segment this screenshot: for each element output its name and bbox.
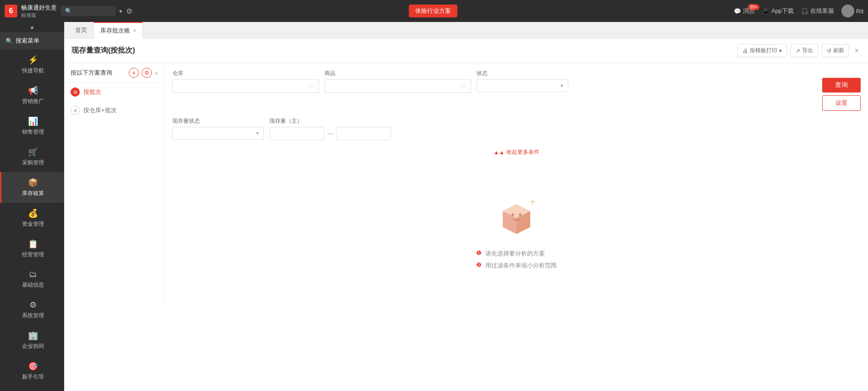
brand-sub: 标准版: [21, 12, 57, 19]
export-button[interactable]: ↗ 导出: [791, 44, 818, 57]
sales-icon: 📊: [28, 116, 38, 126]
template-print-button[interactable]: 🖨 按模板打印 ▾: [737, 44, 787, 57]
filter-right: 仓库 ··· 商品 ···: [165, 63, 868, 307]
warehouse-field: 仓库 ···: [172, 70, 319, 93]
status-field: 状态 ▾: [477, 70, 568, 92]
topbar-search-box[interactable]: 🔍: [60, 6, 115, 16]
sidebar: ▲ 🔍 搜索菜单 ⚡ 快捷导航 📢 营销推广 📊 销售管理 🛒 采购管理 📦 库…: [0, 22, 64, 391]
sidebar-search-icon: 🔍: [5, 38, 13, 44]
page-actions: 🖨 按模板打印 ▾ ↗ 导出 ↺ 刷新: [737, 44, 849, 57]
tab-batch-account[interactable]: 库存批次账 ×: [93, 22, 143, 39]
online-service-label: 在线客服: [810, 7, 834, 15]
page-close-button[interactable]: ×: [853, 45, 861, 57]
svg-point-4: [511, 213, 514, 216]
filter-panel: 按以下方案查询 + ⚙ « ⚙ 按批次: [64, 63, 868, 307]
sidebar-item-inventory[interactable]: 📦 库存核算: [0, 172, 64, 203]
scheme-header-label: 按以下方案查询: [71, 69, 112, 77]
messages-badge: 99+: [748, 4, 759, 10]
filter-settings-button[interactable]: 设置: [822, 95, 861, 111]
trial-button[interactable]: 体验行业方案: [409, 5, 457, 17]
refresh-icon: ↺: [827, 48, 831, 54]
warehouse-label: 仓库: [172, 70, 319, 77]
stock-status-field: 现存量状态 ▾: [172, 117, 264, 140]
tab-close-icon[interactable]: ×: [133, 27, 136, 34]
sidebar-item-label: 采购管理: [22, 159, 44, 167]
app-download-icon: 📱: [762, 8, 769, 15]
sidebar-scroll-up[interactable]: ▲: [0, 22, 64, 32]
guide-icon: 🎯: [28, 361, 38, 371]
app-download-item[interactable]: 📱 App下载: [762, 7, 794, 15]
tab-home[interactable]: 首页: [69, 22, 93, 38]
content-area: 首页 库存批次账 × 现存量查询(按批次) 🖨 按模板打印 ▾: [64, 22, 868, 391]
sidebar-item-sales[interactable]: 📊 销售管理: [0, 111, 64, 141]
scheme-collapse-button[interactable]: «: [154, 69, 158, 76]
online-service-item[interactable]: 🎧 在线客服: [801, 7, 834, 15]
tab-home-label: 首页: [75, 26, 87, 34]
scheme-panel: 按以下方案查询 + ⚙ « ⚙ 按批次: [64, 63, 165, 307]
sidebar-search[interactable]: 🔍 搜索菜单: [0, 32, 64, 49]
topbar-right: 💬 消息 99+ 📱 App下载 🎧 在线客服 Rit: [734, 5, 863, 17]
stock-status-label: 现存量状态: [172, 117, 264, 125]
collapse-chevron-up-icon: ▲▲: [494, 149, 505, 156]
status-select[interactable]: ▾: [477, 79, 568, 92]
sidebar-item-label: 销售管理: [22, 128, 44, 136]
tab-batch-account-label: 库存批次账: [100, 27, 130, 35]
user-name: Rit: [856, 8, 863, 15]
sidebar-item-operations[interactable]: 📋 经营管理: [0, 234, 64, 264]
svg-point-5: [519, 213, 522, 216]
finance-icon: 💰: [28, 208, 38, 218]
page-title: 现存量查询(按批次): [71, 46, 135, 55]
sidebar-item-marketing[interactable]: 📢 营销推广: [0, 80, 64, 111]
topbar: 6 畅康通好生意 标准版 🔍 ▾ ⚙ 体验行业方案 💬 消息 99+ 📱 App…: [0, 0, 868, 22]
refresh-button[interactable]: ↺ 刷新: [822, 44, 849, 57]
scheme-item-warehouse-batch-label: 按仓库+批次: [83, 106, 117, 114]
sidebar-item-label: 基础信息: [22, 281, 44, 289]
sidebar-item-purchase[interactable]: 🛒 采购管理: [0, 141, 64, 172]
settings-scheme-button[interactable]: ⚙: [142, 68, 152, 78]
sidebar-item-enterprise[interactable]: 🏢 企业协同: [0, 325, 64, 356]
topbar-settings-icon[interactable]: ⚙: [126, 7, 132, 16]
operations-icon: 📋: [28, 239, 38, 249]
scheme-item-batch-label: 按批次: [83, 88, 101, 96]
tab-bar: 首页 库存批次账 ×: [64, 22, 868, 38]
product-input[interactable]: ···: [324, 79, 471, 93]
export-icon: ↗: [796, 48, 800, 54]
sidebar-item-quick-nav[interactable]: ⚡ 快捷导航: [0, 49, 64, 80]
svg-point-6: [531, 201, 534, 203]
status-chevron-icon: ▾: [560, 82, 563, 89]
add-scheme-button[interactable]: +: [129, 68, 139, 78]
print-dropdown-icon: ▾: [779, 48, 782, 54]
messages-item[interactable]: 💬 消息 99+: [734, 7, 755, 15]
empty-illustration: [494, 193, 539, 239]
product-label: 商品: [324, 70, 471, 77]
sidebar-item-label: 经营管理: [22, 251, 44, 259]
stock-qty-to-input[interactable]: [336, 127, 391, 140]
sidebar-item-finance[interactable]: 💰 资金管理: [0, 203, 64, 234]
sidebar-item-apps[interactable]: 📱 应用中心: [0, 386, 64, 391]
scheme-item-warehouse-batch[interactable]: ⚙ 按仓库+批次: [64, 101, 165, 119]
user-item[interactable]: Rit: [841, 5, 863, 17]
sidebar-item-basic[interactable]: 🗂 基础信息: [0, 264, 64, 294]
sidebar-item-label: 营销推广: [22, 98, 44, 105]
scheme-item-batch[interactable]: ⚙ 按批次: [64, 83, 165, 101]
sidebar-item-guide[interactable]: 🎯 新手引导: [0, 356, 64, 386]
sidebar-item-label: 新手引导: [22, 373, 44, 381]
stock-status-select[interactable]: ▾: [172, 127, 264, 140]
topbar-left: 6 畅康通好生意 标准版 🔍 ▾ ⚙: [5, 4, 132, 19]
sidebar-item-system[interactable]: ⚙ 系统管理: [0, 294, 64, 325]
tip-text-1: 请先选择要分析的方案: [485, 250, 545, 258]
collapse-more-btn[interactable]: ▲▲ 收起更多条件: [494, 148, 539, 156]
topbar-dropdown[interactable]: ▾: [119, 8, 122, 15]
sidebar-item-label: 系统管理: [22, 312, 44, 320]
product-dots[interactable]: ···: [461, 82, 466, 90]
product-field: 商品 ···: [324, 70, 471, 93]
main-layout: ▲ 🔍 搜索菜单 ⚡ 快捷导航 📢 营销推广 📊 销售管理 🛒 采购管理 📦 库…: [0, 22, 868, 391]
avatar: [841, 5, 854, 17]
purchase-icon: 🛒: [28, 147, 38, 157]
stock-qty-from-input[interactable]: [269, 127, 324, 140]
warehouse-input[interactable]: ···: [172, 79, 319, 93]
warehouse-dots[interactable]: ···: [308, 82, 314, 90]
page-header: 现存量查询(按批次) 🖨 按模板打印 ▾ ↗ 导出 ↺: [64, 38, 868, 63]
quick-nav-icon: ⚡: [28, 55, 38, 65]
query-button[interactable]: 查询: [822, 78, 861, 92]
